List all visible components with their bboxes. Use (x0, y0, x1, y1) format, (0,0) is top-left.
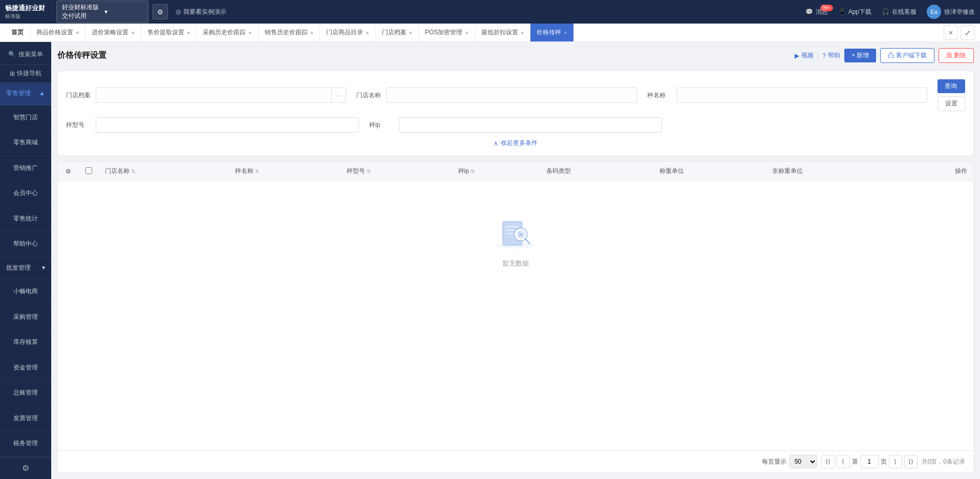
chevron-down-icon: ▾ (104, 8, 143, 15)
chevron-down-icon: ▾ (42, 264, 45, 272)
sidebar-settings-button[interactable]: ⚙ (0, 457, 51, 479)
download-button[interactable]: 凸 客户端下载 (880, 48, 934, 63)
help-icon: ? (822, 52, 826, 59)
filter-scale-name: 秤名称 (647, 88, 927, 103)
settings-query-button[interactable]: 设置 (938, 96, 965, 111)
expand-tab-button[interactable]: ⤢ (961, 26, 975, 40)
demo-link[interactable]: ◎ 我要看实例演示 (176, 8, 226, 16)
messages-button[interactable]: 💬 消息 99+ (805, 8, 828, 16)
tab-home[interactable]: 首页 (5, 24, 30, 42)
close-icon[interactable]: × (248, 30, 251, 36)
tab-price-scale[interactable]: 价格传秤 × (530, 24, 573, 42)
play-icon: ◎ (176, 8, 181, 15)
scale-ip-input[interactable] (399, 117, 662, 133)
close-icon[interactable]: × (187, 30, 190, 36)
close-icon[interactable]: × (131, 30, 134, 36)
close-icon[interactable]: × (310, 30, 313, 36)
close-icon[interactable]: × (564, 30, 567, 36)
page-title: 价格传秤设置 (57, 50, 106, 61)
close-tab-button[interactable]: × (944, 26, 958, 40)
app-download-button[interactable]: 📱 App下载 (838, 8, 871, 16)
add-button[interactable]: + 新增 (844, 49, 876, 62)
settings-button[interactable]: ⚙ (153, 4, 168, 19)
close-icon[interactable]: × (465, 30, 468, 36)
version-selector[interactable]: 好业财标准版交付试用 ▾ (56, 1, 148, 23)
sort-icon: ⇅ (255, 168, 259, 174)
store-name-input[interactable] (386, 88, 636, 103)
search-icon: 🔍 (8, 51, 16, 58)
sidebar-item-retail-mall[interactable]: 零售商城 (0, 130, 51, 156)
help-link[interactable]: ? 帮助 (822, 51, 840, 60)
collapse-filters-button[interactable]: ∧ 收起更多条件 (66, 139, 965, 147)
sidebar-item-inventory[interactable]: 库存核算 (0, 330, 51, 356)
sidebar-item-tax[interactable]: 税务管理 (0, 431, 51, 457)
sidebar-item-ledger[interactable]: 总账管理 (0, 381, 51, 406)
sidebar-item-smart-store[interactable]: 智慧门店 (0, 105, 51, 131)
last-page-button[interactable]: ⟩⟩ (904, 455, 918, 468)
tab-min-discount[interactable]: 最低折扣设置 × (475, 24, 530, 42)
first-page-button[interactable]: ⟨⟨ (821, 455, 835, 468)
tab-store-catalog[interactable]: 门店商品目录 × (320, 24, 375, 42)
tab-sale-history[interactable]: 销售历史价跟踪 × (259, 24, 320, 42)
sidebar-item-help-center[interactable]: 帮助中心 (0, 232, 51, 257)
query-button[interactable]: 查询 (938, 79, 965, 93)
empty-state: 暂无数据 (58, 181, 973, 299)
tab-pos-encrypt[interactable]: POS加密管理 × (419, 24, 475, 42)
video-link[interactable]: ▶ 视频 (795, 51, 814, 60)
close-icon[interactable]: × (521, 30, 524, 36)
pagination-bar: 每页显示 50 10 20 100 ⟨⟨ ⟨ 算 页 (58, 450, 973, 472)
sidebar-search[interactable]: 🔍 搜索菜单 (0, 45, 51, 65)
content-area: 价格传秤设置 ▶ 视频 ? 帮助 + 新增 凸 客户端下载 (51, 42, 980, 479)
col-store-name: 门店名称 ⇅ (99, 162, 229, 181)
sidebar-item-wholesale-mgmt[interactable]: 批发管理 ▾ (0, 257, 51, 279)
col-non-weight-unit: 非称重单位 (766, 162, 898, 181)
sidebar-item-marketing[interactable]: 营销推广 (0, 156, 51, 182)
sidebar-item-finance[interactable]: 资金管理 (0, 355, 51, 381)
col-scale-model: 秤型号 ⇅ (340, 162, 452, 181)
tab-purchase-strategy[interactable]: 进价策略设置 × (86, 24, 141, 42)
tab-store-profile[interactable]: 门店档案 × (376, 24, 419, 42)
message-icon: 💬 (805, 8, 813, 15)
filter-store-name: 门店名称 (356, 88, 636, 103)
tab-controls: × ⤢ (944, 26, 975, 40)
next-page-button[interactable]: ⟩ (889, 455, 902, 468)
total-info: 共0页，0条记录 (922, 458, 965, 466)
gear-icon[interactable]: ⚙ (66, 168, 71, 175)
sidebar-item-member[interactable]: 会员中心 (0, 181, 51, 207)
store-profile-dots-btn[interactable]: ··· (331, 88, 346, 102)
store-profile-input[interactable] (96, 92, 331, 99)
page-header: 价格传秤设置 ▶ 视频 ? 帮助 + 新增 凸 客户端下载 (57, 48, 974, 63)
sidebar-item-retail-mgmt[interactable]: 零售管理 ▲ (0, 83, 51, 105)
delete-button[interactable]: 面 删除 (939, 48, 974, 63)
sidebar-shortcut-nav[interactable]: ⊞ 快捷导航 (0, 65, 51, 83)
page-size-dropdown[interactable]: 50 10 20 100 (789, 455, 817, 468)
nav-tabs: 首页 商品价格设置 × 进价策略设置 × 售价提取设置 × 采购历史价跟踪 × … (0, 24, 980, 42)
col-scale-ip: 秤ip ⇅ (452, 162, 541, 181)
page-number-input[interactable] (860, 455, 879, 468)
gear-icon: ⚙ (157, 8, 163, 16)
top-right-actions: 💬 消息 99+ 📱 App下载 🎧 在线客服 Ea 徐泽华修改 (805, 5, 975, 19)
tab-sale-extract[interactable]: 售价提取设置 × (141, 24, 197, 42)
select-all-checkbox[interactable] (86, 167, 92, 174)
online-service-button[interactable]: 🎧 在线客服 (882, 8, 917, 16)
col-gear: ⚙ (58, 162, 78, 181)
data-table: ⚙ 门店名称 ⇅ (58, 162, 973, 299)
sidebar-item-invoice[interactable]: 发票管理 (0, 406, 51, 431)
sidebar-item-xiaochu-ecom[interactable]: 小畅电商 (0, 279, 51, 305)
close-icon[interactable]: × (76, 30, 79, 36)
tab-purchase-history[interactable]: 采购历史价跟踪 × (197, 24, 258, 42)
close-icon[interactable]: × (409, 30, 412, 36)
user-menu[interactable]: Ea 徐泽华修改 (927, 5, 975, 19)
prev-page-button[interactable]: ⟨ (837, 455, 850, 468)
filter-card: 门店档案 ··· 门店名称 秤名称 (57, 71, 974, 156)
empty-text: 暂无数据 (502, 259, 529, 268)
scale-model-input[interactable] (96, 117, 359, 133)
logo-sub: 标准版 (5, 13, 49, 19)
scale-name-input[interactable] (677, 88, 927, 103)
tab-product-price[interactable]: 商品价格设置 × (30, 24, 86, 42)
sidebar-item-retail-stats[interactable]: 零售统计 (0, 207, 51, 232)
col-checkbox (78, 162, 99, 181)
close-icon[interactable]: × (366, 30, 369, 36)
col-ops: 操作 (898, 162, 973, 181)
sidebar-item-purchase-mgmt[interactable]: 采购管理 (0, 304, 51, 330)
